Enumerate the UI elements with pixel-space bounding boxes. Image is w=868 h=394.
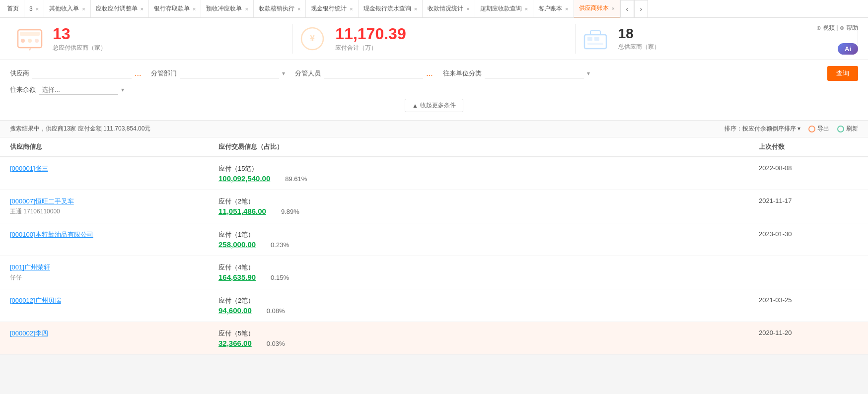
trans-pct: 9.89% [281, 208, 299, 215]
trans-amount[interactable]: 100,092,540.00 [218, 174, 270, 183]
svg-point-3 [28, 39, 32, 43]
supplier-cell: [000100]本特勤油品有限公司 [10, 230, 218, 239]
table-row: [000007]恒旺二手叉车 王通 17106110000 应付（2笔） 11,… [0, 190, 868, 223]
nav-tab-overdue-close[interactable]: × [525, 6, 528, 12]
nav-tab-other-income-close[interactable]: × [82, 6, 85, 12]
nav-tab-supplier-ledger[interactable]: 供应商账本 × [574, 0, 620, 18]
nav-tab-prepay-close[interactable]: × [245, 6, 248, 12]
nav-tab-collection-label: 收款核销执行 [259, 4, 294, 13]
nav-tab-3-label: 3 [29, 5, 33, 12]
nav-tab-bank-label: 银行存取款单 [154, 4, 190, 13]
nav-left-arrow[interactable]: ‹ [620, 0, 634, 18]
dept-filter-input[interactable] [180, 68, 279, 78]
nav-tab-supplier-ledger-label: 供应商账本 [579, 4, 609, 12]
help-link[interactable]: ⊙ 帮助 [840, 24, 858, 31]
sort-chevron-icon[interactable]: ▾ [797, 125, 800, 132]
nav-tab-cashflow-close[interactable]: × [414, 6, 417, 12]
nav-tab-collection-stat[interactable]: 收款情况统计 × [423, 0, 475, 18]
supplier-cell: [000002]李四 [10, 329, 218, 338]
dept-chevron-icon[interactable]: ▾ [282, 70, 285, 77]
trans-pct: 0.15% [271, 274, 289, 281]
nav-tab-cashbank-stat-close[interactable]: × [350, 6, 353, 12]
nav-tab-adjustment-close[interactable]: × [141, 6, 144, 12]
person-filter-dots[interactable]: ... [426, 69, 433, 78]
trans-info: 应付（5笔） 32,366.00 0.03% [218, 329, 759, 347]
stat-block-payable-total: ¥ 11,170.39 应付合计（万） [292, 24, 575, 54]
table-row: [000002]李四 应付（5笔） 32,366.00 0.03% 2020-1… [0, 322, 868, 355]
export-action[interactable]: 导出 [808, 125, 829, 133]
video-link[interactable]: ⊙ 视频 [816, 24, 837, 31]
category-filter-input[interactable] [485, 68, 584, 78]
supplier-link[interactable]: [000002]李四 [10, 329, 48, 337]
supplier-link[interactable]: [001]广州荣轩 [10, 263, 50, 271]
nav-tab-bank[interactable]: 银行存取款单 × [149, 0, 201, 18]
ai-badge[interactable]: Ai [838, 43, 858, 55]
person-filter-input[interactable] [324, 68, 423, 78]
supplier-filter-dots[interactable]: ... [135, 69, 141, 78]
dept-filter-label: 分管部门 [151, 69, 177, 78]
total-suppliers-label: 总供应商（家） [618, 43, 660, 51]
nav-tab-customer-ledger-label: 客户账本 [538, 4, 562, 13]
refresh-icon [837, 126, 844, 132]
balance-filter-input[interactable] [39, 85, 118, 95]
svg-rect-9 [587, 37, 592, 41]
nav-tab-3-close[interactable]: × [36, 6, 39, 12]
nav-tab-bank-close[interactable]: × [193, 6, 196, 12]
category-chevron-icon[interactable]: ▾ [587, 70, 590, 77]
supplier-link[interactable]: [000007]恒旺二手叉车 [10, 197, 74, 205]
svg-point-4 [35, 39, 39, 43]
total-suppliers-number: 18 [618, 27, 660, 41]
nav-tab-adjustment-label: 应收应付调整单 [96, 4, 138, 13]
nav-tab-customer-ledger-close[interactable]: × [565, 6, 568, 12]
collapse-filter-button[interactable]: ▲ 收起更多条件 [405, 99, 463, 112]
result-bar-right: 排序：按应付余额倒序排序 ▾ 导出 刷新 [724, 125, 858, 133]
trans-pct: 0.08% [267, 307, 285, 315]
nav-right-arrow[interactable]: › [634, 0, 648, 18]
trans-amount[interactable]: 94,600.00 [218, 306, 252, 315]
nav-tab-3[interactable]: 3 × [24, 0, 44, 18]
supplier-filter-input[interactable] [32, 68, 132, 78]
nav-tab-cashflow-label: 现金银行流水查询 [363, 4, 411, 13]
nav-tab-adjustment[interactable]: 应收应付调整单 × [91, 0, 149, 18]
nav-tab-customer-ledger[interactable]: 客户账本 × [533, 0, 574, 18]
nav-tab-collection[interactable]: 收款核销执行 × [254, 0, 306, 18]
filter-person: 分管人员 ... [295, 68, 433, 78]
nav-tab-cashbank-stat[interactable]: 现金银行统计 × [306, 0, 358, 18]
nav-tab-other-income[interactable]: 其他收入单 × [44, 0, 90, 18]
supplier-link[interactable]: [000100]本特勤油品有限公司 [10, 231, 93, 238]
transaction-cell: 应付（2笔） 11,051,486.00 9.89% [218, 197, 759, 215]
nav-tab-home[interactable]: 首页 [2, 0, 24, 18]
nav-tab-prepay[interactable]: 预收冲应收单 × [201, 0, 253, 18]
sort-label: 排序：按应付余额倒序排序 ▾ [724, 125, 800, 133]
nav-tab-collection-close[interactable]: × [297, 6, 300, 12]
trans-amount[interactable]: 32,366.00 [218, 339, 252, 347]
trans-label: 应付（15笔） [218, 164, 759, 173]
payable-suppliers-text: 13 总应付供应商（家） [53, 26, 106, 52]
trans-pct: 0.03% [267, 340, 285, 347]
trans-amount[interactable]: 11,051,486.00 [218, 207, 266, 215]
trans-amount[interactable]: 258,000.00 [218, 240, 256, 249]
trans-amount[interactable]: 164,635.90 [218, 273, 256, 281]
top-navigation: 首页 3 × 其他收入单 × 应收应付调整单 × 银行存取款单 × 预收冲应收单… [0, 0, 868, 18]
table-row: [001]广州荣轩 仔仔 应付（4笔） 164,635.90 0.15% [0, 256, 868, 289]
refresh-label: 刷新 [846, 125, 858, 133]
supplier-link[interactable]: [000001]张三 [10, 165, 48, 172]
nav-tab-overdue[interactable]: 超期应收款查询 × [475, 0, 533, 18]
filter-row-2: 往来余额 ▾ [10, 85, 858, 95]
nav-tab-cashflow[interactable]: 现金银行流水查询 × [359, 0, 423, 18]
nav-tab-collection-stat-close[interactable]: × [466, 6, 469, 12]
trans-row: 258,000.00 0.23% [218, 240, 759, 249]
filter-row-1: 供应商 ... 分管部门 ▾ 分管人员 ... 往来单位分类 ▾ 查询 [10, 66, 858, 81]
balance-chevron-icon[interactable]: ▾ [121, 86, 124, 93]
svg-text:¥: ¥ [28, 47, 31, 52]
supplier-cell: [000012]广州贝瑞 [10, 296, 218, 305]
search-button[interactable]: 查询 [827, 66, 858, 81]
lastpay-date: 2022-08-08 [759, 164, 792, 172]
transaction-cell: 应付（15笔） 100,092,540.00 89.61% [218, 164, 759, 183]
lastpay-date: 2021-11-17 [759, 197, 792, 204]
collapse-label: 收起更多条件 [420, 101, 456, 110]
nav-tab-supplier-ledger-close[interactable]: × [612, 5, 615, 11]
supplier-link[interactable]: [000012]广州贝瑞 [10, 297, 61, 304]
table-row: [000100]本特勤油品有限公司 应付（1笔） 258,000.00 0.23… [0, 223, 868, 256]
refresh-action[interactable]: 刷新 [837, 125, 858, 133]
